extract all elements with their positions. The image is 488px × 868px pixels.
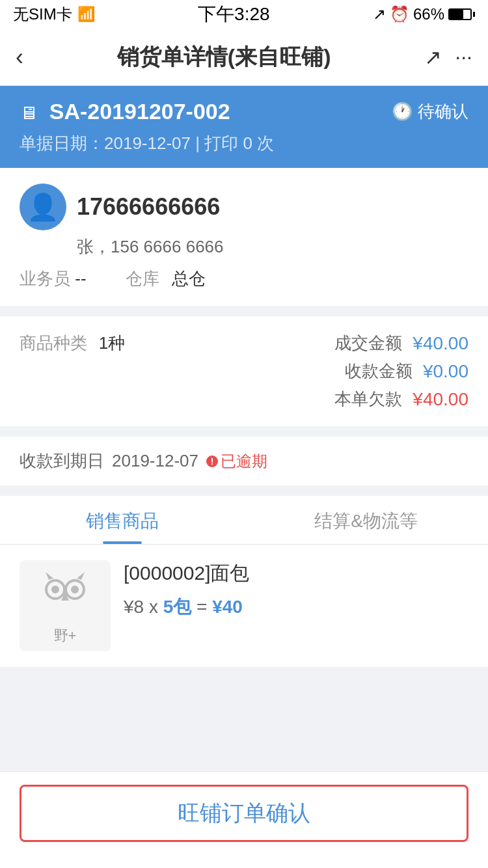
product-price: ¥8 x 5包 = ¥40 bbox=[124, 595, 468, 619]
overdue-dot-icon: ! bbox=[206, 455, 218, 467]
product-info: [0000002]面包 ¥8 x 5包 = ¥40 bbox=[124, 560, 468, 619]
svg-point-3 bbox=[71, 586, 79, 593]
owed-value: ¥40.00 bbox=[413, 389, 468, 410]
warehouse-meta: 仓库 总仓 bbox=[126, 267, 206, 290]
warehouse-value: 总仓 bbox=[172, 269, 206, 288]
tab-products-underline bbox=[103, 541, 142, 544]
nav-actions: ↗︎ ··· bbox=[424, 45, 472, 70]
back-button[interactable]: ‹ bbox=[16, 44, 23, 71]
customer-phone: 17666666666 bbox=[77, 193, 220, 221]
due-label: 收款到期日 bbox=[20, 450, 104, 472]
svg-marker-5 bbox=[46, 572, 53, 580]
due-section: 收款到期日 2019-12-07 ! 已逾期 bbox=[0, 437, 488, 485]
order-id: SA-20191207-002 bbox=[49, 99, 230, 124]
avatar: 👤 bbox=[20, 183, 66, 230]
tab-products[interactable]: 销售商品 bbox=[0, 496, 244, 544]
tabs-bar: 销售商品 结算&物流等 bbox=[0, 496, 488, 545]
overdue-text: 已逾期 bbox=[221, 451, 267, 472]
status-clock-icon: 🕐 bbox=[392, 102, 413, 122]
amount-label: 成交金额 bbox=[334, 332, 402, 355]
battery-icon bbox=[448, 8, 475, 20]
customer-meta: 业务员 -- 仓库 总仓 bbox=[20, 267, 468, 290]
product-thumbnail: 野+ bbox=[20, 560, 111, 651]
order-id-icon: 🖥 bbox=[20, 103, 38, 123]
carrier-label: 无SIM卡 bbox=[13, 4, 72, 25]
content-wrap: 🖥 SA-20191207-002 🕐 待确认 单据日期：2019-12-07 … bbox=[0, 86, 488, 784]
order-banner: 🖥 SA-20191207-002 🕐 待确认 单据日期：2019-12-07 … bbox=[0, 86, 488, 168]
order-id-container: 🖥 SA-20191207-002 bbox=[20, 99, 230, 124]
svg-marker-6 bbox=[77, 572, 85, 580]
status-left: 无SIM卡 📶 bbox=[13, 4, 95, 25]
customer-top: 👤 17666666666 bbox=[20, 183, 468, 230]
due-date: 2019-12-07 bbox=[112, 451, 198, 471]
location-icon: ↗ bbox=[373, 5, 386, 23]
product-section: 野+ [0000002]面包 ¥8 x 5包 = ¥40 bbox=[0, 545, 488, 667]
confirm-button[interactable]: 旺铺订单确认 bbox=[20, 785, 468, 842]
share-icon[interactable]: ↗︎ bbox=[424, 45, 442, 70]
product-type-value: 1种 bbox=[99, 332, 125, 355]
svg-point-2 bbox=[51, 586, 59, 593]
price-formula: ¥8 x bbox=[124, 597, 163, 617]
tab-settlement[interactable]: 结算&物流等 bbox=[244, 496, 488, 544]
tab-products-label: 销售商品 bbox=[86, 509, 159, 534]
wifi-icon: 📶 bbox=[77, 6, 95, 23]
overdue-badge: ! 已逾期 bbox=[206, 451, 267, 472]
price-total: ¥40 bbox=[212, 597, 243, 617]
summary-section: 商品种类 1种 成交金额 ¥40.00 收款金额 ¥0.00 本单欠款 ¥40.… bbox=[0, 316, 488, 426]
avatar-icon: 👤 bbox=[27, 192, 59, 223]
tab-settlement-label: 结算&物流等 bbox=[314, 509, 418, 534]
order-status: 🕐 待确认 bbox=[392, 100, 468, 123]
customer-name: 张，156 6666 6666 bbox=[20, 236, 468, 258]
received-row: 收款金额 ¥0.00 bbox=[345, 360, 468, 383]
summary-right: 成交金额 ¥40.00 收款金额 ¥0.00 本单欠款 ¥40.00 bbox=[334, 332, 468, 411]
nav-bar: ‹ 销货单详情(来自旺铺) ↗︎ ··· bbox=[0, 29, 488, 86]
owl-logo-icon bbox=[33, 567, 98, 619]
product-thumb-placeholder: 野+ bbox=[33, 567, 98, 645]
amount-row: 成交金额 ¥40.00 bbox=[334, 332, 468, 355]
product-thumb-text: 野+ bbox=[33, 626, 98, 645]
page-title: 销货单详情(来自旺铺) bbox=[117, 42, 331, 72]
battery-label: 66% bbox=[413, 5, 444, 23]
alarm-icon: ⏰ bbox=[390, 5, 409, 23]
received-label: 收款金额 bbox=[345, 360, 413, 383]
customer-section: 👤 17666666666 张，156 6666 6666 业务员 -- 仓库 … bbox=[0, 168, 488, 306]
product-type-label: 商品种类 bbox=[20, 333, 87, 353]
status-right: ↗ ⏰ 66% bbox=[373, 5, 475, 23]
product-type-row: 商品种类 1种 bbox=[20, 332, 125, 355]
bottom-area: 旺铺订单确认 bbox=[0, 771, 488, 868]
sales-label: 业务员 bbox=[20, 269, 70, 288]
summary-left: 商品种类 1种 bbox=[20, 332, 125, 355]
sales-meta: 业务员 -- bbox=[20, 267, 87, 290]
owed-row: 本单欠款 ¥40.00 bbox=[334, 388, 468, 411]
product-name: [0000002]面包 bbox=[124, 560, 468, 587]
order-banner-top: 🖥 SA-20191207-002 🕐 待确认 bbox=[20, 99, 468, 124]
order-date: 单据日期：2019-12-07 | 打印 0 次 bbox=[20, 132, 468, 155]
status-text: 待确认 bbox=[418, 100, 468, 123]
price-equals: = bbox=[191, 597, 212, 617]
amount-value: ¥40.00 bbox=[413, 333, 468, 354]
received-value: ¥0.00 bbox=[423, 361, 468, 382]
more-icon[interactable]: ··· bbox=[455, 45, 472, 69]
owed-label: 本单欠款 bbox=[334, 388, 402, 411]
status-time: 下午3:28 bbox=[198, 2, 270, 27]
sales-value: -- bbox=[75, 269, 86, 288]
warehouse-label: 仓库 bbox=[126, 269, 159, 288]
price-qty: 5包 bbox=[163, 597, 192, 617]
status-bar: 无SIM卡 📶 下午3:28 ↗ ⏰ 66% bbox=[0, 0, 488, 29]
